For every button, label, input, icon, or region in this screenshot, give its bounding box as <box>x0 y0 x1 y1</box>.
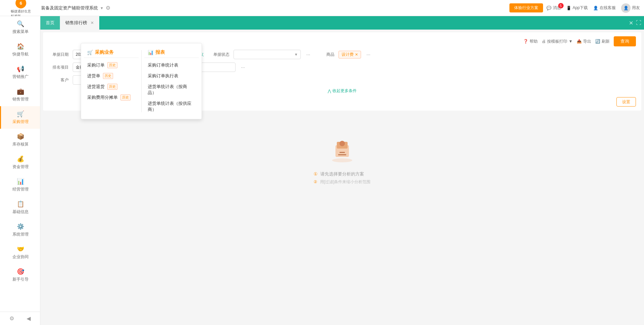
tab-sales-rank[interactable]: 销售排行榜 ✕ <box>60 16 99 30</box>
date-label: 单据日期 <box>48 52 69 57</box>
sidebar-label-basic-info: 基础信息 <box>12 209 29 215</box>
refresh-btn[interactable]: 🔄 刷新 <box>595 39 610 44</box>
search-icon: 🔍 <box>17 20 24 28</box>
logo-area: 6 畅捷通好生意 标准版 <box>4 0 38 18</box>
sidebar-item-finance[interactable]: 💰 资金管理 <box>0 151 40 174</box>
tab-bar: 首页 销售排行榜 ✕ ✕ ⛶ <box>40 16 644 30</box>
settings-icon[interactable]: ⚙ <box>106 5 110 11</box>
goods-more[interactable]: ··· <box>366 52 370 57</box>
sidebar-item-inventory[interactable]: 📦 库存核算 <box>0 129 40 151</box>
menu-item-stock-stats-supplier[interactable]: 进货单统计表（按供应商） <box>144 98 199 115</box>
purchase-dropdown-menu: 🛒 采购业务 采购订单 历史 进货单 历史 进货退货 历史 采购费用分摊单 <box>81 43 202 119</box>
menu-item-purchase-expense[interactable]: 采购费用分摊单 历史 <box>84 92 139 103</box>
report-menu-column: 📊 报表 采购订单统计表 采购订单执行表 进货单统计表（按商品） 进货单统计表（… <box>142 47 202 115</box>
tab-home[interactable]: 首页 <box>40 16 60 30</box>
sidebar-item-purchase[interactable]: 🛒 采购管理 <box>0 106 40 129</box>
online-service-button[interactable]: 👤 在线客服 <box>593 5 616 11</box>
history-badge-2: 历史 <box>107 84 117 90</box>
export-icon: 📤 <box>577 39 582 44</box>
messages-button[interactable]: 💬 消息 5 <box>546 5 561 11</box>
avatar: 👤 <box>621 3 631 13</box>
content-area: 首页 销售排行榜 ✕ ✕ ⛶ ❓ 帮助 🖨 <box>40 16 644 325</box>
sidebar-label-finance: 资金管理 <box>12 164 29 170</box>
purchase-menu-title: 🛒 采购业务 <box>84 47 139 58</box>
tab-bar-right: ✕ ⛶ <box>629 20 644 26</box>
goods-tag-close[interactable]: ✕ <box>355 52 358 57</box>
empty-hint-1: ① 请先选择要分析的方案 <box>314 171 370 177</box>
sidebar-label-enterprise: 企业协同 <box>12 254 29 260</box>
user-menu[interactable]: 👤 用友 <box>621 3 640 13</box>
help-icon: ❓ <box>523 39 528 44</box>
report-menu-title: 📊 报表 <box>144 47 199 58</box>
menu-item-po-exec[interactable]: 采购订单执行表 <box>144 71 199 81</box>
operations-icon: 📊 <box>17 178 24 185</box>
basic-info-icon: 📋 <box>17 200 24 208</box>
sidebar-item-guide[interactable]: 🎯 新手引导 <box>0 264 40 286</box>
empty-icon <box>325 133 359 167</box>
message-icon: 💬 <box>546 6 551 10</box>
purchase-menu-icon: 🛒 <box>87 50 93 55</box>
settings-bottom-icon[interactable]: ⚙ <box>9 315 14 322</box>
sidebar-item-operations[interactable]: 📊 经营管理 <box>0 174 40 196</box>
print-icon: 🖨 <box>542 39 546 44</box>
sidebar-item-system[interactable]: ⚙️ 系统管理 <box>0 219 40 241</box>
service-icon: 👤 <box>593 6 598 10</box>
sidebar-label-sales: 销售管理 <box>12 96 29 102</box>
sidebar-item-basic-info[interactable]: 📋 基础信息 <box>0 196 40 219</box>
status-more[interactable]: ··· <box>306 52 310 57</box>
sidebar-label-inventory: 库存核算 <box>12 141 29 147</box>
sidebar-label-marketing: 营销推广 <box>12 74 29 80</box>
menu-item-po-stats[interactable]: 采购订单统计表 <box>144 60 199 71</box>
report-menu-icon: 📊 <box>148 50 153 55</box>
query-button[interactable]: 查询 <box>614 36 636 46</box>
svg-point-5 <box>339 141 345 146</box>
sidebar-label-system: 系统管理 <box>12 232 29 237</box>
sidebar-label-search: 搜索菜单 <box>12 29 29 35</box>
goods-label: 商品 <box>314 52 334 57</box>
menu-item-stock-return[interactable]: 进货退货 历史 <box>84 81 139 92</box>
home-icon: 🏠 <box>17 43 24 50</box>
enterprise-icon: 🤝 <box>17 245 24 253</box>
goods-tag: 设计费 ✕ <box>338 51 361 58</box>
menu-item-purchase-order[interactable]: 采购订单 历史 <box>84 60 139 71</box>
salesman-more[interactable]: ··· <box>241 65 245 70</box>
purchase-icon: 🛒 <box>17 110 24 118</box>
top-right-actions: 💬 消息 5 📱 App下载 👤 在线客服 👤 用友 <box>546 3 640 13</box>
guide-icon: 🎯 <box>17 268 24 275</box>
sidebar-item-marketing[interactable]: 📢 营销推广 <box>0 61 40 84</box>
sidebar-label-guide: 新手引导 <box>12 277 29 282</box>
tab-expand-icon[interactable]: ⛶ <box>636 20 641 26</box>
menu-item-stock-stats-goods[interactable]: 进货单统计表（按商品） <box>144 81 199 98</box>
menu-item-stock-in[interactable]: 进货单 历史 <box>84 71 139 81</box>
system-dropdown-arrow[interactable]: ▼ <box>100 6 104 10</box>
tab-close-sales-rank[interactable]: ✕ <box>91 21 94 25</box>
history-badge-1: 历史 <box>103 73 113 79</box>
status-arrow: ▼ <box>294 52 298 56</box>
sidebar-label-purchase: 采购管理 <box>12 119 29 125</box>
tab-close-icon[interactable]: ✕ <box>629 20 633 26</box>
finance-icon: 💰 <box>17 155 24 163</box>
empty-state: ① 请先选择要分析的方案 ② 用[过滤]条件来缩小分析范围 <box>40 113 644 205</box>
status-select[interactable]: ▼ <box>234 50 301 59</box>
history-badge-0: 历史 <box>107 62 117 68</box>
print-dropdown-arrow[interactable]: ▼ <box>569 39 573 44</box>
mobile-icon: 📱 <box>566 6 571 10</box>
trial-button[interactable]: 体验行业方案 <box>509 3 543 12</box>
collapse-sidebar-icon[interactable]: ◀ <box>27 315 31 322</box>
sidebar-label-operations: 经营管理 <box>12 187 29 192</box>
print-btn[interactable]: 🖨 按模板打印 ▼ <box>542 39 573 44</box>
sidebar-item-quick-nav[interactable]: 🏠 快捷导航 <box>0 39 40 61</box>
sidebar-item-sales[interactable]: 💼 销售管理 <box>0 84 40 106</box>
help-btn[interactable]: ❓ 帮助 <box>523 39 538 44</box>
export-btn[interactable]: 📤 导出 <box>577 39 591 44</box>
system-icon: ⚙️ <box>17 223 24 230</box>
empty-hints: ① 请先选择要分析的方案 ② 用[过滤]条件来缩小分析范围 <box>314 171 370 185</box>
svg-point-2 <box>332 158 352 162</box>
customer-label: 客户 <box>48 77 69 83</box>
sidebar-item-search[interactable]: 🔍 搜索菜单 <box>0 16 40 39</box>
sidebar-item-enterprise[interactable]: 🤝 企业协同 <box>0 241 40 264</box>
empty-hint-2: ② 用[过滤]条件来缩小分析范围 <box>314 179 370 185</box>
setting-button[interactable]: 设置 <box>616 97 636 107</box>
status-label: 单据状态 <box>209 52 229 57</box>
app-download-button[interactable]: 📱 App下载 <box>566 5 588 11</box>
